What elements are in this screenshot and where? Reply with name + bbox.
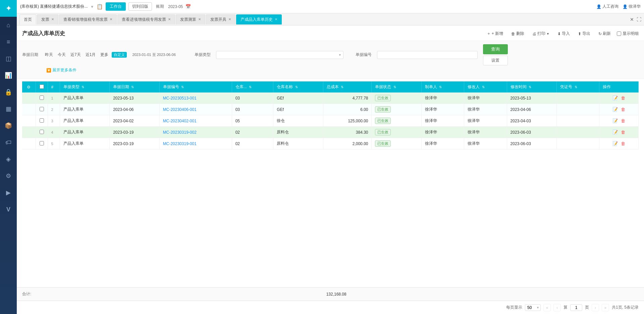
month-shortcut[interactable]: 近1月	[84, 52, 97, 58]
sidebar-item-box[interactable]: 📦	[0, 117, 17, 134]
row-checkbox-1[interactable]	[36, 104, 48, 115]
th-settings[interactable]: ⚙	[22, 81, 36, 92]
last-page-button[interactable]: »	[602, 304, 609, 311]
tab-close-all-icon[interactable]: ✕	[630, 17, 634, 22]
th-type[interactable]: 单据类型 ⇅	[60, 81, 110, 92]
row-settings-3[interactable]	[22, 127, 36, 138]
sidebar-item-shield[interactable]: 🔒	[0, 84, 17, 101]
row-delete-btn-2[interactable]: 🗑	[620, 118, 626, 124]
number-input[interactable]	[377, 51, 478, 59]
calendar-icon[interactable]: 📅	[185, 4, 191, 9]
import-button[interactable]: ⬇ 导入	[555, 29, 572, 38]
tab-invoice[interactable]: 发票 ✕	[37, 14, 58, 24]
tab-product-history[interactable]: 产成品入库单历史 ✕	[236, 14, 282, 24]
tab-home[interactable]: 首页	[19, 14, 36, 24]
tab-invoice-open-close[interactable]: ✕	[228, 18, 231, 21]
row-checkbox-3[interactable]	[36, 127, 48, 138]
row-number-3[interactable]: MC-20230319-002	[159, 127, 232, 138]
switch-old-button[interactable]: 切到旧版	[128, 2, 152, 11]
row-settings-0[interactable]	[22, 92, 36, 104]
workspace-button[interactable]: 工作台	[106, 2, 126, 11]
row-delete-btn-4[interactable]: 🗑	[620, 141, 626, 146]
show-detail-checkbox[interactable]	[617, 32, 621, 36]
th-number[interactable]: 单据编号 ⇅	[159, 81, 232, 92]
delete-button[interactable]: 🗑 删除	[509, 29, 526, 38]
row-number-link-1[interactable]: MC-20230406-001	[163, 107, 197, 112]
th-modifier[interactable]: 修改人 ⇅	[464, 81, 507, 92]
sidebar-item-puzzle[interactable]: ◈	[0, 151, 17, 168]
per-page-select[interactable]: 50 100 200	[525, 304, 541, 311]
row-number-1[interactable]: MC-20230406-001	[159, 104, 232, 115]
week-shortcut[interactable]: 近7天	[69, 52, 82, 58]
sidebar-item-grid[interactable]: ▦	[0, 101, 17, 117]
row-checkbox-4[interactable]	[36, 138, 48, 149]
custom-tag[interactable]: 自定义	[112, 52, 127, 58]
dropdown-icon[interactable]: ▼	[90, 5, 94, 9]
query-button[interactable]: 查询	[483, 44, 508, 54]
row-number-link-3[interactable]: MC-20230319-002	[163, 130, 197, 135]
row-edit-btn-1[interactable]: 📝	[611, 107, 619, 112]
row-checkbox-2[interactable]	[36, 115, 48, 127]
row-edit-btn-0[interactable]: 📝	[611, 95, 619, 101]
row-check-2[interactable]	[40, 118, 44, 123]
user-menu[interactable]: 👤 徐泽华	[623, 4, 641, 9]
row-number-4[interactable]: MC-20230319-001	[159, 138, 232, 149]
sidebar-item-play[interactable]: ▶	[0, 184, 17, 201]
row-check-0[interactable]	[40, 96, 44, 100]
today-shortcut[interactable]: 今天	[56, 52, 67, 58]
sidebar-item-chart[interactable]: ◫	[0, 50, 17, 67]
row-settings-1[interactable]	[22, 104, 36, 115]
prev-page-button[interactable]: ‹	[553, 304, 561, 311]
tab-product-history-close[interactable]: ✕	[275, 18, 277, 21]
th-creator[interactable]: 制单人 ⇅	[422, 81, 464, 92]
yesterday-shortcut[interactable]: 昨天	[44, 52, 54, 58]
row-check-1[interactable]	[40, 107, 44, 111]
show-detail-checkbox-container[interactable]: 显示明细	[617, 31, 639, 37]
row-check-3[interactable]	[40, 130, 44, 134]
sidebar-item-analytics[interactable]: 📊	[0, 67, 17, 84]
row-delete-btn-1[interactable]: 🗑	[620, 107, 626, 112]
expand-conditions-button[interactable]: 🔽 展开更多条件	[46, 67, 76, 73]
row-settings-4[interactable]	[22, 138, 36, 149]
tab-expand-icon[interactable]: ⛶	[637, 17, 641, 22]
tab-vat-input-close[interactable]: ✕	[168, 18, 171, 21]
th-warehouse-name[interactable]: 仓库名称 ⇅	[273, 81, 323, 92]
row-settings-2[interactable]	[22, 115, 36, 127]
tab-vat-output-close[interactable]: ✕	[110, 18, 112, 21]
row-number-0[interactable]: MC-20230513-001	[159, 92, 232, 104]
th-warehouse-code[interactable]: 仓库... ⇅	[232, 81, 273, 92]
tab-vat-output[interactable]: 查看销项增值税专用发票 ✕	[59, 14, 117, 24]
new-button[interactable]: ＋ + 新增	[485, 29, 505, 38]
row-number-link-4[interactable]: MC-20230319-001	[163, 141, 197, 146]
row-number-link-2[interactable]: MC-20230402-001	[163, 119, 197, 123]
refresh-button[interactable]: ↻ 刷新	[596, 29, 613, 38]
next-page-button[interactable]: ›	[592, 304, 599, 311]
page-number-input[interactable]	[570, 304, 582, 311]
tab-invoice-open[interactable]: 发票开具 ✕	[206, 14, 235, 24]
print-button[interactable]: 🖨 打印 ▼	[530, 29, 551, 38]
row-number-link-0[interactable]: MC-20230513-001	[163, 96, 197, 101]
tab-invoice-calc-close[interactable]: ✕	[198, 18, 201, 21]
row-edit-btn-3[interactable]: 📝	[611, 129, 619, 135]
export-button[interactable]: ⬆ 导出	[576, 29, 592, 38]
th-voucher[interactable]: 凭证号 ⇅	[557, 81, 599, 92]
th-date[interactable]: 单据日期 ⇅	[110, 81, 160, 92]
row-number-2[interactable]: MC-20230402-001	[159, 115, 232, 127]
th-total-cost[interactable]: 总成本 ⇅	[323, 81, 372, 92]
row-check-4[interactable]	[40, 141, 44, 145]
th-modify-time[interactable]: 修改时间 ⇅	[507, 81, 557, 92]
first-page-button[interactable]: «	[543, 304, 551, 311]
reset-button[interactable]: 设置	[483, 56, 508, 65]
sidebar-item-tag[interactable]: 🏷	[0, 134, 17, 151]
row-delete-btn-0[interactable]: 🗑	[620, 95, 626, 101]
row-edit-btn-4[interactable]: 📝	[611, 141, 619, 146]
tab-invoice-close[interactable]: ✕	[51, 18, 54, 21]
type-select[interactable]	[216, 51, 343, 59]
row-delete-btn-3[interactable]: 🗑	[620, 129, 626, 135]
tab-vat-input[interactable]: 查看进项增值税专用发票 ✕	[117, 14, 175, 24]
th-status[interactable]: 单据状态 ⇅	[372, 81, 422, 92]
sidebar-item-home[interactable]: ⌂	[0, 17, 17, 34]
tab-invoice-calc[interactable]: 发票测算 ✕	[176, 14, 205, 24]
row-checkbox-0[interactable]	[36, 92, 48, 104]
select-all-checkbox[interactable]	[40, 84, 44, 89]
